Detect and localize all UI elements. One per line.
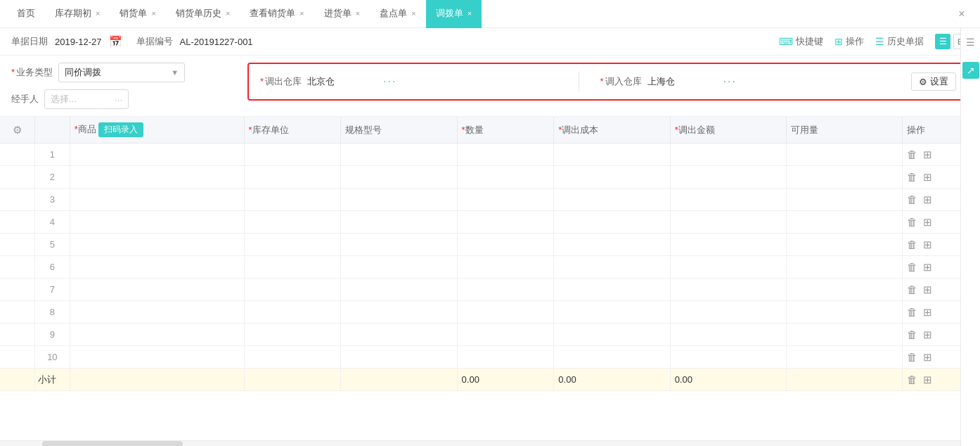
row-cost[interactable]	[554, 189, 670, 211]
row-spec[interactable]	[341, 166, 457, 189]
row-unit[interactable]	[244, 189, 341, 211]
scrollbar-thumb[interactable]	[42, 441, 183, 446]
delete-icon[interactable]: 🗑	[907, 329, 917, 340]
row-qty[interactable]	[457, 234, 554, 256]
col-header-settings[interactable]: ⚙	[0, 117, 35, 144]
delete-icon[interactable]: 🗑	[907, 216, 917, 228]
window-close-button[interactable]: ×	[950, 3, 973, 25]
row-product[interactable]	[70, 324, 244, 346]
row-available[interactable]	[786, 189, 902, 211]
table-gear-icon[interactable]: ⚙	[13, 124, 22, 136]
row-amount[interactable]	[670, 189, 786, 211]
row-amount[interactable]	[670, 211, 786, 234]
tab-close-view-sales[interactable]: ×	[299, 9, 304, 18]
row-spec[interactable]	[341, 279, 457, 301]
tab-home[interactable]: 首页	[7, 0, 45, 28]
delete-icon[interactable]: 🗑	[907, 283, 917, 295]
tab-close-opening[interactable]: ×	[96, 9, 100, 18]
delete-icon[interactable]: 🗑	[907, 306, 917, 318]
scan-button[interactable]: 扫码录入	[98, 122, 143, 137]
calendar-icon[interactable]: 📅	[109, 35, 122, 48]
row-product[interactable]	[70, 211, 244, 234]
row-amount[interactable]	[670, 166, 786, 189]
row-cost[interactable]	[554, 279, 670, 301]
tab-close-purchase[interactable]: ×	[356, 9, 360, 18]
delete-icon[interactable]: 🗑	[907, 261, 917, 273]
row-spec[interactable]	[341, 256, 457, 279]
copy-icon[interactable]: ⊞	[923, 261, 932, 274]
row-qty[interactable]	[457, 189, 554, 211]
tab-purchase[interactable]: 进货单 ×	[314, 0, 370, 28]
row-unit[interactable]	[244, 234, 341, 256]
row-product[interactable]	[70, 166, 244, 189]
tab-transfer[interactable]: 调拨单 ×	[426, 0, 482, 28]
row-qty[interactable]	[457, 324, 554, 346]
side-list-button[interactable]: ☰	[962, 34, 979, 51]
row-cost[interactable]	[554, 166, 670, 189]
copy-icon[interactable]: ⊞	[923, 238, 932, 251]
row-amount[interactable]	[670, 324, 786, 346]
row-unit[interactable]	[244, 211, 341, 234]
tab-opening[interactable]: 库存期初 ×	[45, 0, 110, 28]
row-available[interactable]	[786, 324, 902, 346]
row-amount[interactable]	[670, 301, 786, 324]
history-action[interactable]: ☰ 历史单据	[875, 35, 924, 48]
row-available[interactable]	[786, 256, 902, 279]
row-qty[interactable]	[457, 144, 554, 166]
copy-icon[interactable]: ⊞	[923, 306, 932, 319]
row-qty[interactable]	[457, 256, 554, 279]
delete-icon[interactable]: 🗑	[907, 374, 917, 386]
row-qty[interactable]	[457, 279, 554, 301]
row-amount[interactable]	[670, 346, 786, 369]
operation-action[interactable]: ⊞ 操作	[834, 35, 864, 48]
tab-close-sales-history[interactable]: ×	[226, 9, 230, 18]
row-amount[interactable]	[670, 256, 786, 279]
settings-button[interactable]: ⚙ 设置	[911, 72, 956, 91]
row-unit[interactable]	[244, 144, 341, 166]
row-unit[interactable]	[244, 279, 341, 301]
row-product[interactable]	[70, 189, 244, 211]
row-cost[interactable]	[554, 346, 670, 369]
row-unit[interactable]	[244, 301, 341, 324]
delete-icon[interactable]: 🗑	[907, 351, 917, 363]
tab-close-sales[interactable]: ×	[151, 9, 155, 18]
row-cost[interactable]	[554, 234, 670, 256]
tab-close-inventory[interactable]: ×	[411, 9, 415, 18]
row-available[interactable]	[786, 234, 902, 256]
row-available[interactable]	[786, 144, 902, 166]
row-available[interactable]	[786, 279, 902, 301]
row-spec[interactable]	[341, 324, 457, 346]
row-amount[interactable]	[670, 279, 786, 301]
row-qty[interactable]	[457, 211, 554, 234]
copy-icon[interactable]: ⊞	[923, 374, 932, 386]
out-warehouse-more-icon[interactable]: ···	[383, 75, 396, 88]
row-unit[interactable]	[244, 256, 341, 279]
row-spec[interactable]	[341, 346, 457, 369]
copy-icon[interactable]: ⊞	[923, 351, 932, 364]
row-unit[interactable]	[244, 346, 341, 369]
scrollbar-area[interactable]	[0, 440, 980, 446]
row-product[interactable]	[70, 301, 244, 324]
delete-icon[interactable]: 🗑	[907, 171, 917, 183]
tab-inventory[interactable]: 盘点单 ×	[370, 0, 425, 28]
row-spec[interactable]	[341, 301, 457, 324]
row-product[interactable]	[70, 256, 244, 279]
row-available[interactable]	[786, 346, 902, 369]
copy-icon[interactable]: ⊞	[923, 193, 932, 206]
copy-icon[interactable]: ⊞	[923, 148, 932, 161]
row-product[interactable]	[70, 346, 244, 369]
tab-close-transfer[interactable]: ×	[468, 9, 472, 18]
layout-list-icon[interactable]: ☰	[935, 34, 950, 49]
in-warehouse-more-icon[interactable]: ···	[723, 75, 737, 88]
row-spec[interactable]	[341, 144, 457, 166]
row-qty[interactable]	[457, 346, 554, 369]
row-qty[interactable]	[457, 166, 554, 189]
delete-icon[interactable]: 🗑	[907, 238, 917, 250]
copy-icon[interactable]: ⊞	[923, 171, 932, 184]
tab-sales-history[interactable]: 销货单历史 ×	[166, 0, 240, 28]
row-spec[interactable]	[341, 211, 457, 234]
tab-view-sales[interactable]: 查看销货单 ×	[240, 0, 314, 28]
row-cost[interactable]	[554, 324, 670, 346]
row-spec[interactable]	[341, 234, 457, 256]
row-cost[interactable]	[554, 301, 670, 324]
